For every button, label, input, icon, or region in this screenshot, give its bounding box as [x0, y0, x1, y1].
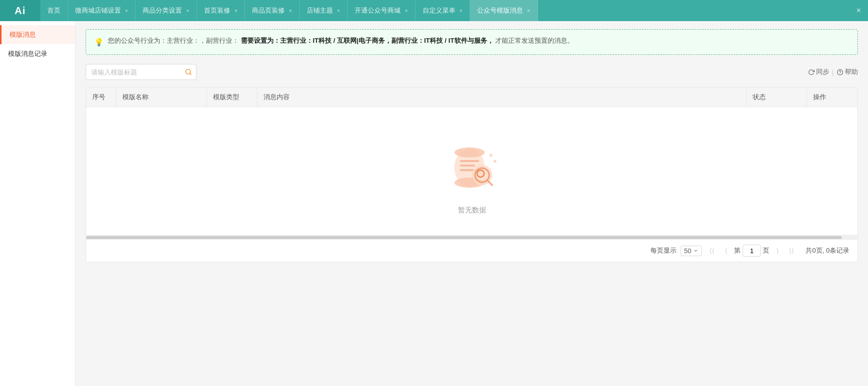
next-page-button[interactable]: ⟩ [771, 245, 783, 257]
notice-banner: 💡 您的公众号行业为：主营行业：，副营行业： 需要设置为：主营行业：IT科技 /… [86, 29, 858, 55]
scroll-thumb[interactable] [86, 236, 842, 239]
sync-help-area: 同步 | 帮助 [808, 67, 858, 76]
tab-close-product-page[interactable]: × [289, 8, 292, 14]
empty-text: 暂无数据 [458, 206, 486, 215]
content-area: 💡 您的公众号行业为：主营行业：，副营行业： 需要设置为：主营行业：IT科技 /… [76, 21, 868, 386]
notice-text: 您的公众号行业为：主营行业：，副营行业： 需要设置为：主营行业：IT科技 / 互… [108, 36, 574, 46]
tab-product-page[interactable]: 商品页装修× [245, 0, 299, 21]
table-header: 序号模版名称模版类型消息内容状态操作 [86, 88, 857, 107]
page-input[interactable] [743, 245, 761, 257]
tab-close-shop-theme[interactable]: × [337, 8, 340, 14]
tab-product-category[interactable]: 商品分类设置× [136, 0, 196, 21]
tab-open-wechat[interactable]: 开通公众号商城× [348, 0, 415, 21]
tab-shop-theme[interactable]: 店铺主题× [300, 0, 348, 21]
svg-rect-8 [460, 165, 475, 167]
th-type: 模版类型 [207, 88, 257, 107]
th-name: 模版名称 [116, 88, 207, 107]
notice-icon: 💡 [94, 36, 104, 48]
top-nav: Ai 首页微商城店铺设置×商品分类设置×首页装修×商品页装修×店铺主题×开通公众… [0, 0, 868, 21]
tab-close-product-category[interactable]: × [186, 8, 189, 14]
tab-close-wsc-shop[interactable]: × [125, 8, 128, 14]
search-input-wrap [86, 64, 196, 80]
empty-state: 暂无数据 [86, 107, 857, 235]
svg-point-5 [454, 147, 485, 158]
per-page-label: 每页显示 [650, 246, 677, 255]
page-nav: ⟨⟨ ⟨ 第 页 ⟩ ⟩⟩ [706, 245, 797, 257]
main-layout: 模版消息模版消息记录 💡 您的公众号行业为：主营行业：，副营行业： 需要设置为：… [0, 21, 868, 386]
per-page-select[interactable]: 50 [681, 246, 702, 256]
horizontal-scrollbar[interactable] [86, 235, 857, 239]
tab-home[interactable]: 首页 [40, 0, 68, 21]
page-label: 第 [734, 246, 741, 255]
tab-wsc-shop[interactable]: 微商城店铺设置× [68, 0, 136, 21]
tab-close-open-wechat[interactable]: × [405, 8, 408, 14]
tab-template-msg[interactable]: 公众号模版消息× [470, 0, 538, 21]
tab-close-home-decor[interactable]: × [234, 8, 237, 14]
sync-button[interactable]: 同步 [808, 67, 829, 76]
first-page-button[interactable]: ⟨⟨ [706, 245, 718, 257]
th-status: 状态 [747, 88, 807, 107]
page-suffix: 页 [763, 246, 769, 255]
tab-close-custom-menu[interactable]: × [459, 8, 462, 14]
tab-close-template-msg[interactable]: × [527, 8, 530, 14]
search-bar: 同步 | 帮助 [86, 64, 858, 80]
svg-line-1 [190, 73, 191, 75]
last-page-button[interactable]: ⟩⟩ [785, 245, 797, 257]
sidebar-item-template-msg-record[interactable]: 模版消息记录 [0, 44, 75, 63]
global-close-button[interactable]: × [849, 0, 868, 21]
sidebar-item-template-msg[interactable]: 模版消息 [0, 25, 75, 44]
svg-rect-7 [460, 160, 479, 162]
th-index: 序号 [86, 88, 116, 107]
th-content: 消息内容 [257, 88, 747, 107]
help-button[interactable]: 帮助 [837, 67, 858, 76]
pagination: 每页显示 50 ⟨⟨ ⟨ 第 页 ⟩ ⟩⟩ 共0页, 0条记录 [86, 239, 857, 262]
prev-page-button[interactable]: ⟨ [720, 245, 732, 257]
tab-home-decor[interactable]: 首页装修× [197, 0, 245, 21]
sidebar: 模版消息模版消息记录 [0, 21, 76, 386]
divider: | [832, 68, 834, 76]
data-table: 序号模版名称模版类型消息内容状态操作 [86, 87, 858, 262]
th-action: 操作 [807, 88, 857, 107]
nav-tabs: 首页微商城店铺设置×商品分类设置×首页装修×商品页装修×店铺主题×开通公众号商城… [40, 0, 849, 21]
search-button[interactable] [180, 64, 196, 80]
search-input[interactable] [86, 64, 196, 80]
brand-logo: Ai [0, 0, 40, 21]
tab-custom-menu[interactable]: 自定义菜单× [416, 0, 470, 21]
empty-icon [442, 137, 502, 198]
total-info: 共0页, 0条记录 [806, 246, 849, 255]
